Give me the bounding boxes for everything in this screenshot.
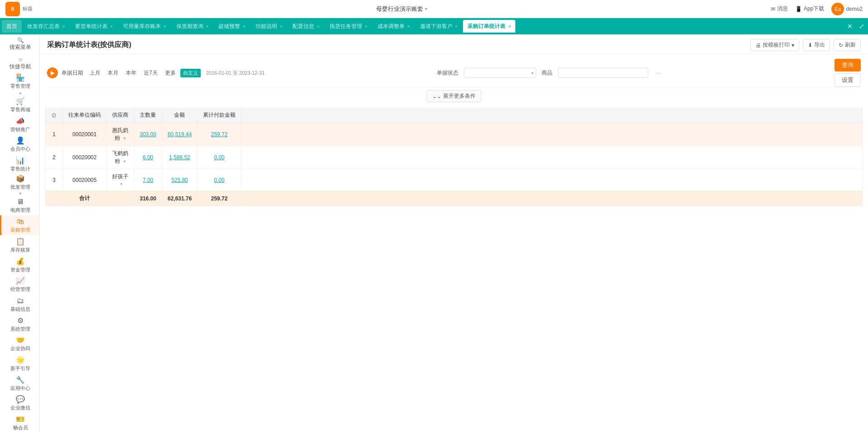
date-btn-thismonth[interactable]: 本月 [105, 68, 121, 78]
summary-empty-2 [107, 191, 134, 206]
sidebar-item-changhui[interactable]: 🎫 畅会员 [0, 413, 39, 433]
sidebar-item-huiyuan[interactable]: 👤 会员中心 [0, 134, 39, 154]
sidebar-item-kucun[interactable]: 📋 库存核算 [0, 235, 39, 255]
expand-more-button[interactable]: ⌄⌄ 展开更多条件 [426, 90, 481, 102]
query-button[interactable]: 查询 [835, 59, 861, 71]
sidebar-search[interactable]: 🔍 搜索菜单 [0, 34, 39, 54]
sidebar-item-lingshoutongji[interactable]: 📊 零售统计 [0, 154, 39, 174]
tab-shoufahuizongbiao-close-icon[interactable]: × [62, 24, 65, 29]
tab-chenben[interactable]: 成本调整单 × [373, 20, 415, 33]
tab-gongneng[interactable]: 功能说明 × [251, 20, 287, 33]
date-btn-lastmonth[interactable]: 上月 [87, 68, 103, 78]
sidebar-item-qiyexietong[interactable]: 🤝 企业协同 [0, 334, 39, 354]
row-amount: 1,586.52 [162, 146, 197, 169]
top-bar: 6 标题 母婴行业演示账套 ▾ ✉ 消息 📱 App下载 Ea demo2 [0, 0, 868, 18]
sidebar-item-zijin[interactable]: 💰 资金管理 [0, 255, 39, 275]
sidebar-item-jingying[interactable]: 📈 经营管理 [0, 275, 39, 295]
tab-peizhixinxi[interactable]: 配置信息 × [288, 20, 324, 33]
refresh-button[interactable]: ↻ 刷新 [834, 39, 861, 51]
row-code: 00020001 [63, 123, 107, 146]
col-amount-header: 金额 [162, 108, 197, 123]
status-select[interactable] [464, 68, 536, 78]
row-qty: 7.00 [134, 169, 162, 191]
sidebar-quicknav[interactable]: ☆ 快捷导航 [0, 54, 39, 73]
sidebar-item-yingxiao[interactable]: 📣 营销推广 [0, 115, 39, 135]
status-select-wrapper [464, 68, 536, 78]
tab-baozhiqi[interactable]: 保质期查询 × [172, 20, 213, 33]
xinshou-icon: 🌟 [16, 356, 25, 364]
tab-yaoqing-close-icon[interactable]: × [455, 24, 458, 29]
user-menu[interactable]: Ea demo2 [831, 3, 863, 15]
supplier-arrow-icon[interactable]: ▾ [120, 181, 123, 186]
app-download-button[interactable]: 📱 App下载 [795, 5, 824, 13]
logo-text: 标题 [23, 5, 33, 12]
tab-gongneng-close-icon[interactable]: × [280, 24, 283, 29]
tab-home[interactable]: 首页 [2, 20, 22, 33]
supplier-arrow-icon[interactable]: ▾ [123, 159, 126, 164]
table-body: 1 00020001 惠氏奶粉 ▾ 303.00 60,519.44 259.7… [46, 123, 863, 191]
print-dropdown-icon: ▾ [792, 42, 794, 48]
export-button[interactable]: ⬇ 导出 [803, 39, 830, 51]
print-button[interactable]: 🖨 按模板打印 ▾ [750, 39, 799, 51]
tab-yaohuodantongji-close-icon[interactable]: × [110, 24, 113, 29]
tab-yaoqing[interactable]: 邀请下游客户 × [415, 20, 462, 33]
tab-chaochuyujing-close-icon[interactable]: × [243, 24, 245, 29]
tab-peizhixinxi-close-icon[interactable]: × [317, 24, 320, 29]
sidebar-item-pifaguanli[interactable]: 📦 批发管理 ▼ [0, 174, 39, 196]
tab-paihuorenwu[interactable]: 拣货任务管理 × [325, 20, 372, 33]
row-amount: 60,519.44 [162, 123, 197, 146]
tab-shoufahuizongbiao[interactable]: 收发存汇总表 × [23, 20, 70, 33]
workspace-selector[interactable]: 母婴行业演示账套 ▾ [376, 5, 427, 13]
export-icon: ⬇ [808, 42, 812, 48]
tab-caigou-close-icon[interactable]: × [508, 24, 511, 29]
tab-chaochuyujing[interactable]: 超储预警 × [214, 20, 250, 33]
row-index: 2 [46, 146, 63, 169]
tab-caigou-active[interactable]: 采购订单统计表 × [463, 20, 515, 33]
tab-paihuorenwu-close-icon[interactable]: × [365, 24, 368, 29]
xitong-icon: ⚙ [17, 316, 24, 325]
table-area: ⚙ 往来单位编码 供应商 主数量 金额 累计付款金额 [45, 108, 863, 428]
sidebar-item-jichu[interactable]: 🗂 基础信息 [0, 295, 39, 314]
row-empty [241, 123, 863, 146]
tab-keyong[interactable]: 可用量库存账本 × [118, 20, 171, 33]
tab-keyong-close-icon[interactable]: × [164, 24, 166, 29]
supplier-arrow-icon[interactable]: ▾ [123, 136, 126, 141]
app-download-label: App下载 [804, 5, 824, 13]
row-empty [241, 169, 863, 191]
sidebar-item-xinshou[interactable]: 🌟 新手引导 [0, 354, 39, 374]
sidebar-item-dianshang[interactable]: 🖥 电商管理 [0, 196, 39, 216]
sidebar-item-yingyong[interactable]: 🔧 应用中心 [0, 374, 39, 394]
sidebar-item-lingshougouwu[interactable]: 🛒 零售商城 [0, 95, 39, 115]
message-button[interactable]: ✉ 消息 [771, 5, 788, 13]
tab-chenben-close-icon[interactable]: × [407, 24, 410, 29]
settings-button[interactable]: 设置 [835, 73, 861, 87]
date-btn-more[interactable]: 更多 [162, 68, 179, 78]
row-index: 3 [46, 169, 63, 191]
table-settings-icon[interactable]: ⚙ [51, 112, 57, 119]
zijin-icon: 💰 [16, 257, 25, 266]
date-custom-tag[interactable]: 自定义 [180, 69, 201, 77]
tab-close-all-icon[interactable]: ✕ [845, 22, 854, 31]
workspace-name: 母婴行业演示账套 [376, 5, 423, 13]
product-filter-input[interactable] [558, 68, 648, 78]
col-code-header: 往来单位编码 [63, 108, 107, 123]
sidebar-item-caigou[interactable]: 🛍 采购管理 [0, 215, 39, 235]
quicknav-icon: ☆ [5, 57, 36, 63]
table-row: 2 00020002 飞鹤奶粉 ▾ 6.00 1,586.52 0.00 [46, 146, 863, 169]
product-filter-more-icon[interactable]: ··· [654, 68, 663, 77]
sidebar-item-qiyeweixin[interactable]: 💬 企业微信 [0, 394, 39, 414]
jingying-icon: 📈 [16, 276, 25, 285]
collapse-filter-button[interactable]: ▶ [47, 67, 58, 78]
row-amount: 525.80 [162, 169, 197, 191]
tab-expand-icon[interactable]: ⤢ [857, 22, 866, 31]
tab-yaoqing-label: 邀请下游客户 [420, 23, 453, 30]
sidebar-item-lingshouguanli[interactable]: 🏪 零售管理 ▲ [0, 73, 39, 95]
date-btn-7days[interactable]: 近7天 [141, 68, 160, 78]
tab-baozhiqi-close-icon[interactable]: × [206, 24, 209, 29]
qiyeweixin-icon: 💬 [16, 395, 25, 404]
row-qty: 6.00 [134, 146, 162, 169]
date-btn-thisyear[interactable]: 本年 [123, 68, 139, 78]
collapse-icon: ▶ [51, 70, 55, 76]
sidebar-item-xitong[interactable]: ⚙ 系统管理 [0, 314, 39, 334]
tab-yaohuodantongji[interactable]: 要货单统计表 × [71, 20, 118, 33]
